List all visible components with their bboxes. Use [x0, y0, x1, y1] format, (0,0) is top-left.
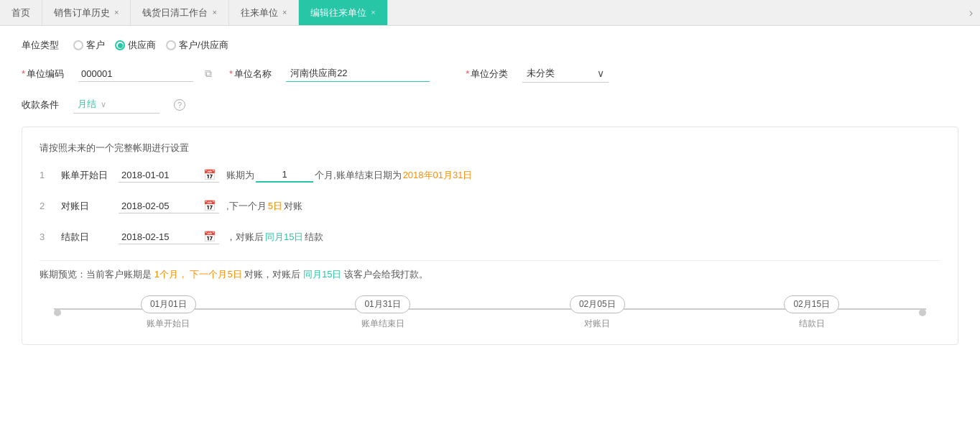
timeline-label-2: 账单结束日: [361, 318, 405, 330]
radio-supplier-label: 供应商: [128, 39, 156, 52]
step-3-cal-icon[interactable]: 📅: [203, 231, 216, 242]
step-2-row: 2 对账日 📅 ,下一个月 5日 对账: [40, 198, 940, 213]
timeline-label-4: 结款日: [799, 318, 825, 330]
step-1-desc-suffix: 个月,账单结束日期为: [315, 169, 402, 182]
step-3-date-input[interactable]: [121, 231, 200, 242]
step-3-num: 3: [40, 231, 54, 242]
step-2-desc-suffix: 对账: [284, 200, 302, 213]
step-3-desc-prefix: ，对账后: [226, 231, 264, 244]
step-1-cal-icon[interactable]: 📅: [203, 169, 216, 180]
unit-category-wrap[interactable]: 未分类 ∨: [522, 65, 609, 83]
payment-terms-row: 收款条件 月结 ∨ ?: [22, 96, 958, 114]
tabs-bar: 首页 销售订单历史 × 钱货日清工作台 × 往来单位 × 编辑往来单位 × ›: [0, 0, 980, 26]
timeline-container: 01月01日 账单开始日 01月31日 账单结束日 02月05日 对账日 02月…: [40, 295, 940, 330]
tab-partner[interactable]: 往来单位 ×: [229, 0, 299, 25]
timeline-items: 01月01日 账单开始日 01月31日 账单结束日 02月05日 对账日 02月…: [61, 295, 919, 330]
timeline-badge-4: 02月15日: [784, 295, 839, 313]
timeline-badge-2: 01月31日: [355, 295, 410, 313]
tab-cashflow-label: 钱货日清工作台: [142, 6, 208, 19]
category-dropdown-icon: ∨: [597, 68, 604, 79]
tabs-more-arrow[interactable]: ›: [962, 0, 980, 25]
page-content: 单位类型 客户 供应商 客户/供应商 *单位编码 ⧉ *单位名称: [0, 26, 980, 437]
radio-customer-circle: [73, 40, 83, 50]
unit-type-label: 单位类型: [22, 39, 59, 52]
step-3-row: 3 结款日 📅 ，对账后 同月15日 结款: [40, 229, 940, 244]
timeline-item-3: 02月05日 对账日: [570, 295, 625, 330]
unit-code-input[interactable]: [78, 66, 205, 81]
step-1-name: 账单开始日: [61, 169, 111, 182]
preview-p4: 同月15日: [303, 269, 341, 280]
unit-name-star: *: [229, 68, 233, 79]
step-1-num: 1: [40, 170, 54, 180]
radio-both-label: 客户/供应商: [179, 39, 228, 52]
step-1-date-wrap: 📅: [119, 167, 219, 183]
preview-p5: 该客户会给我打款。: [344, 269, 428, 280]
payment-terms-help-icon[interactable]: ?: [174, 99, 185, 111]
preview-p1: 1个月，: [154, 269, 188, 280]
unit-type-radio-group: 客户 供应商 客户/供应商: [73, 39, 228, 52]
step-3-desc-suffix: 结款: [305, 231, 323, 244]
tab-partner-close[interactable]: ×: [282, 9, 287, 17]
step-2-date-wrap: 📅: [119, 198, 219, 213]
preview-text: 账期预览：当前客户账期是 1个月， 下一个月5日 对账，对账后 同月15日 该客…: [40, 268, 940, 281]
tab-sales-history[interactable]: 销售订单历史 ×: [42, 0, 131, 25]
tab-home[interactable]: 首页: [0, 0, 42, 25]
unit-category-label: *单位分类: [466, 68, 508, 80]
timeline-label-3: 对账日: [584, 318, 610, 330]
step-1-desc: 账期为 个月,账单结束日期为 2018年01月31日: [226, 167, 472, 183]
unit-name-input[interactable]: [286, 66, 430, 82]
unit-name-label: *单位名称: [229, 68, 272, 80]
timeline-badge-1: 01月01日: [141, 295, 196, 313]
step-3-desc: ，对账后 同月15日 结款: [226, 231, 323, 244]
timeline-item-2: 01月31日 账单结束日: [355, 295, 410, 330]
tab-sales-history-label: 销售订单历史: [54, 6, 110, 19]
tab-edit-partner[interactable]: 编辑往来单位 ×: [299, 0, 387, 25]
preview-p3: 对账，对账后: [244, 269, 303, 280]
radio-customer-label: 客户: [86, 39, 105, 52]
step-2-desc-prefix: ,下一个月: [226, 200, 267, 213]
payment-terms-label: 收款条件: [22, 98, 59, 111]
step-2-name: 对账日: [61, 200, 111, 213]
step-3-name: 结款日: [61, 231, 111, 244]
tab-edit-partner-label: 编辑往来单位: [310, 6, 366, 19]
preview-label: 账期预览：当前客户账期是: [40, 269, 152, 280]
unit-code-copy-icon[interactable]: ⧉: [205, 68, 212, 80]
step-1-end-date: 2018年01月31日: [403, 169, 473, 182]
payment-terms-select[interactable]: 月结 ∨: [73, 96, 160, 114]
section-tip: 请按照未来的一个完整帐期进行设置: [40, 142, 940, 155]
unit-details-row: *单位编码 ⧉ *单位名称 *单位分类 未分类 ∨: [22, 65, 958, 83]
step-3-highlight: 同月15日: [265, 231, 303, 244]
unit-category-val: 未分类: [527, 67, 555, 80]
step-2-date-input[interactable]: [121, 201, 200, 211]
unit-code-label: *单位编码: [22, 68, 64, 80]
period-input[interactable]: [256, 167, 313, 183]
step-3-date-wrap: 📅: [119, 229, 219, 244]
tab-home-label: 首页: [11, 6, 30, 19]
timeline-label-1: 账单开始日: [147, 318, 190, 330]
tab-edit-partner-close[interactable]: ×: [371, 9, 375, 17]
tab-partner-label: 往来单位: [241, 6, 278, 19]
tab-cashflow-close[interactable]: ×: [212, 9, 216, 17]
timeline-badge-3: 02月05日: [570, 295, 625, 313]
step-2-desc: ,下一个月 5日 对账: [226, 200, 302, 213]
step-2-cal-icon[interactable]: 📅: [203, 200, 216, 211]
step-2-highlight: 5日: [268, 200, 282, 213]
period-section: 请按照未来的一个完整帐期进行设置 1 账单开始日 📅 账期为 个月,账单结束日期…: [22, 126, 958, 345]
step-1-row: 1 账单开始日 📅 账期为 个月,账单结束日期为 2018年01月31日: [40, 167, 940, 183]
tab-sales-history-close[interactable]: ×: [114, 9, 119, 17]
tab-cashflow[interactable]: 钱货日清工作台 ×: [131, 0, 228, 25]
radio-both[interactable]: 客户/供应商: [166, 39, 228, 52]
timeline-start-dot: [54, 309, 61, 316]
radio-customer[interactable]: 客户: [73, 39, 105, 52]
payment-terms-value: 月结: [78, 98, 96, 111]
timeline-item-1: 01月01日 账单开始日: [141, 295, 196, 330]
radio-supplier[interactable]: 供应商: [115, 39, 156, 52]
timeline-end-dot: [919, 309, 926, 316]
step-1-desc-prefix: 账期为: [226, 169, 254, 182]
radio-both-circle: [166, 40, 176, 50]
unit-category-star: *: [466, 68, 469, 79]
payment-terms-dropdown-icon: ∨: [101, 100, 106, 109]
radio-supplier-circle: [115, 40, 125, 50]
step-1-date-input[interactable]: [121, 170, 200, 180]
unit-type-row: 单位类型 客户 供应商 客户/供应商: [22, 39, 958, 52]
